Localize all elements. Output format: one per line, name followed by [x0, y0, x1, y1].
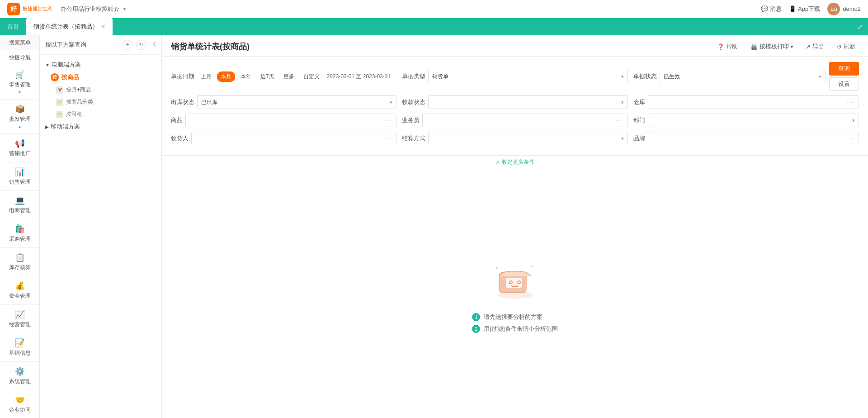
finance-icon: 💰 — [15, 281, 25, 291]
brand-control[interactable]: ··· — [648, 132, 859, 145]
sidebar-item-inventory-label: 库存核算 — [9, 264, 31, 271]
sidebar-item-basic[interactable]: 📝 基础信息 — [0, 333, 39, 362]
sidebar-item-ecommerce[interactable]: 💻 电商管理 — [0, 191, 39, 219]
tree-item-by-category[interactable]: 📁 按商品分类 — [40, 96, 161, 108]
quick-nav[interactable]: 快捷导航 — [0, 50, 39, 65]
help-icon: ❓ — [717, 43, 724, 50]
by-category-label: 按商品分类 — [66, 98, 93, 106]
logo-icon: 好 — [7, 3, 20, 15]
download-btn[interactable]: 📱 App下载 — [789, 5, 820, 13]
by-customer-icon: 📁 — [56, 111, 63, 118]
sidebar-item-purchase[interactable]: 🛍️ 采购管理 — [0, 219, 39, 248]
out-status-control[interactable]: 已出库 ▾ — [197, 95, 396, 109]
export-btn[interactable]: ↗ 导出 — [802, 41, 828, 52]
svg-text:✦: ✦ — [526, 276, 529, 280]
sidebar-item-operations[interactable]: 📈 经营管理 — [0, 305, 39, 333]
sidebar-item-wholesale[interactable]: 📦 批发管理 ▲ — [0, 100, 39, 134]
main-layout: 搜索菜单 快捷导航 🛒 零售管理 ▼ 📦 批发管理 ▲ 📢 营销推广 📊 销售管… — [0, 35, 868, 418]
date-tab-this-month[interactable]: 本月 — [217, 71, 235, 82]
by-customer-label: 按司机 — [66, 110, 82, 118]
query-button[interactable]: 查询 — [829, 62, 859, 76]
sidebar-item-enterprise[interactable]: 🤝 企业协同 — [0, 390, 39, 418]
mobile-group-label[interactable]: ▶ 移动端方案 — [40, 120, 161, 133]
out-status-label: 出库状态 — [171, 98, 194, 106]
svg-text:✦: ✦ — [495, 265, 499, 271]
user-name: demo2 — [843, 5, 861, 12]
left-panel-title: 按以下方案查询 — [45, 41, 86, 49]
refresh-scheme-btn[interactable]: ↻ — [136, 40, 146, 50]
refresh-icon: ↺ — [837, 43, 842, 50]
date-tab-this-year[interactable]: 本年 — [237, 71, 255, 82]
date-tab-last-month[interactable]: 上月 — [197, 71, 215, 82]
tab-home[interactable]: 首页 — [0, 18, 26, 35]
brand-dots: ··· — [847, 135, 855, 142]
tab-minimize-icon[interactable]: — — [846, 23, 853, 31]
svg-point-6 — [518, 281, 520, 283]
step1-text: 请先选择要分析的方案 — [484, 313, 542, 321]
user-area[interactable]: Ea demo2 — [827, 3, 861, 15]
app-title: 办公用品行业模拟账套 — [61, 5, 119, 13]
export-icon: ↗ — [806, 43, 811, 50]
svg-text:✦: ✦ — [530, 264, 533, 269]
tree-item-by-product[interactable]: 按 按商品 — [40, 71, 161, 84]
print-btn[interactable]: 🖨️ 按模板打印 ▾ — [747, 41, 797, 52]
step2-num: 2 — [472, 325, 480, 333]
sidebar-item-enterprise-label: 企业协同 — [9, 406, 31, 414]
collapse-left-panel-btn[interactable]: 《 — [150, 41, 156, 49]
tab-close-icon[interactable]: ✕ — [101, 24, 105, 30]
add-scheme-btn[interactable]: + — [123, 40, 132, 50]
sidebar-item-system[interactable]: ⚙️ 系统管理 — [0, 362, 39, 390]
doc-type-control[interactable]: 销货单 ▾ — [428, 70, 627, 83]
export-label: 导出 — [812, 43, 824, 51]
sidebar-item-purchase-label: 采购管理 — [9, 235, 31, 243]
date-tab-more[interactable]: 更多 — [280, 71, 298, 82]
tree-item-by-customer[interactable]: 📁 按司机 — [40, 108, 161, 120]
desktop-group-label[interactable]: ▼ 电脑端方案 — [40, 58, 161, 71]
step2-text: 用[过滤]条件来缩小分析范围 — [484, 325, 557, 333]
tab-maximize-icon[interactable]: ⤢ — [857, 23, 863, 31]
sidebar-item-retail[interactable]: 🛒 零售管理 ▼ — [0, 65, 39, 100]
system-icon: ⚙️ — [15, 366, 25, 376]
app-title-dropdown[interactable]: ▾ — [123, 5, 126, 12]
by-product-icon: 按 — [51, 73, 59, 81]
help-btn[interactable]: ❓ 帮助 — [713, 41, 741, 52]
left-panel-actions: + ↻ 《 — [123, 40, 156, 50]
sidebar-item-marketing-label: 营销推广 — [9, 150, 31, 157]
sidebar-item-sales-label: 销售管理 — [9, 178, 31, 186]
doc-status-control[interactable]: 已生效 ▾ — [660, 70, 826, 83]
payment-status-control[interactable]: ▾ — [428, 95, 627, 109]
employee-control[interactable]: ··· — [422, 114, 627, 127]
messages-btn[interactable]: 💬 消息 — [761, 5, 782, 13]
sidebar-item-inventory[interactable]: 📋 库存核算 — [0, 248, 39, 276]
by-month-product-label: 按月+商品 — [66, 86, 91, 94]
help-label: 帮助 — [726, 43, 738, 51]
sidebar-item-finance[interactable]: 💰 资金管理 — [0, 276, 39, 305]
out-status-arrow: ▾ — [390, 100, 392, 105]
date-tab-7days[interactable]: 近7天 — [257, 71, 278, 82]
page-title: 销货单统计表(按商品) — [171, 41, 250, 52]
settlement-control[interactable]: ▾ — [428, 132, 627, 145]
sidebar-item-sales[interactable]: 📊 销售管理 — [0, 162, 39, 191]
warehouse-control[interactable]: ··· — [648, 95, 859, 109]
payment-status-arrow: ▾ — [621, 100, 624, 105]
date-tab-custom[interactable]: 自定义 — [300, 71, 323, 82]
collapse-bar[interactable]: ∧ 收起更多条件 — [162, 156, 868, 169]
doc-status-arrow: ▾ — [819, 74, 821, 80]
recipient-control[interactable]: ··· — [191, 132, 396, 145]
dept-arrow: ▾ — [852, 118, 855, 124]
dept-control[interactable]: ▾ — [648, 114, 859, 127]
search-menu[interactable]: 搜索菜单 — [0, 35, 39, 50]
refresh-btn[interactable]: ↺ 刷新 — [833, 41, 859, 52]
left-panel-header: 按以下方案查询 + ↻ 《 — [40, 35, 161, 55]
tab-report[interactable]: 销货单统计表（按商品） ✕ — [26, 18, 113, 35]
mobile-group: ▶ 移动端方案 — [40, 120, 161, 133]
tree-item-by-month-product[interactable]: 📅 按月+商品 — [40, 84, 161, 96]
settlement-label: 结算方式 — [402, 134, 425, 142]
sidebar-item-marketing[interactable]: 📢 营销推广 — [0, 134, 39, 162]
by-product-label: 按商品 — [61, 73, 79, 81]
sidebar-item-basic-label: 基础信息 — [9, 349, 31, 357]
product-control[interactable]: ··· — [185, 114, 396, 127]
dept-label: 部门 — [633, 116, 645, 124]
settings-button[interactable]: 设置 — [829, 77, 859, 91]
filter-doc-status: 单据状态 已生效 ▾ — [633, 70, 826, 83]
